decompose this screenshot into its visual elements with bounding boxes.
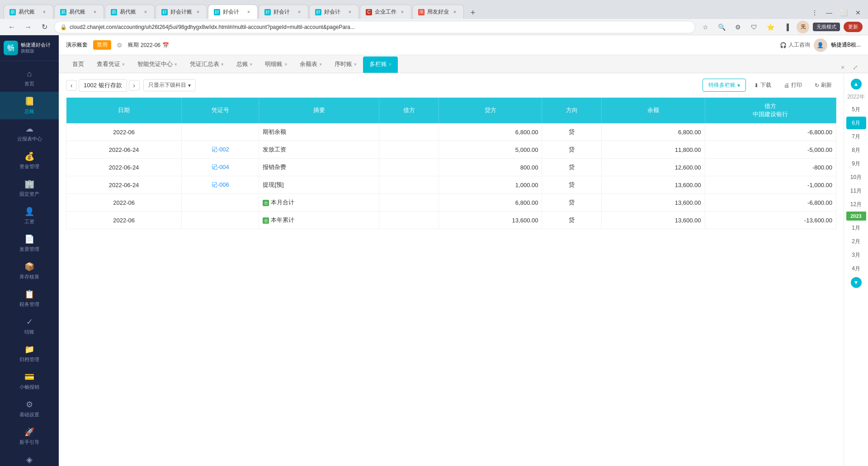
tab-list-button[interactable]: ⋮ [808, 6, 821, 19]
month-2023-4[interactable]: 4月 [846, 262, 866, 275]
month-2023-2[interactable]: 2月 [846, 235, 866, 248]
minimize-button[interactable]: — [823, 6, 835, 19]
next-account-button[interactable]: › [129, 80, 140, 91]
sidebar-item-member[interactable]: ◈ 畅会员 [0, 450, 59, 466]
tab-journal-close[interactable]: × [354, 62, 357, 67]
month-2022-8[interactable]: 8月 [846, 144, 866, 156]
reload-button[interactable]: ↻ [38, 21, 51, 33]
sidebar-item-inventory[interactable]: 📦 库存核算 [0, 257, 59, 285]
tab-vsummary-close[interactable]: × [221, 62, 224, 67]
tab-home[interactable]: 首页 [66, 56, 90, 73]
tab-7[interactable]: 好 好会计 × [309, 5, 359, 19]
tab-9-close[interactable]: × [452, 9, 458, 15]
tab-detail-close[interactable]: × [284, 62, 287, 67]
sidebar-item-archive[interactable]: 📁 归档管理 [0, 340, 59, 367]
user-avatar[interactable]: 👤 [814, 38, 827, 52]
tab-6[interactable]: 好 好会计 × [259, 5, 308, 19]
back-button[interactable]: ← [5, 21, 18, 33]
account-name[interactable]: 1002 银行存款 [79, 79, 127, 92]
tab-voucher-summary[interactable]: 凭证汇总表 × [184, 56, 230, 73]
tab-8-close[interactable]: × [399, 9, 406, 15]
month-2022-5[interactable]: 5月 [846, 103, 866, 116]
search-button[interactable]: 🔍 [715, 21, 728, 33]
tab-3-close[interactable]: × [142, 9, 149, 15]
extension-button[interactable]: ⚙ [731, 21, 744, 33]
tab-1-close[interactable]: × [41, 9, 47, 15]
close-window-button[interactable]: ✕ [852, 6, 864, 19]
tab-smart-voucher[interactable]: 智能凭证中心 × [131, 56, 184, 73]
sidebar-item-tax[interactable]: 📋 税务管理 [0, 285, 59, 312]
table-cell[interactable]: 记-004 [182, 159, 259, 176]
bookmark-button[interactable]: ☆ [699, 21, 712, 33]
tab-7-close[interactable]: × [347, 9, 353, 15]
tab-voucher-close[interactable]: × [122, 62, 125, 67]
table-cell: 发放工资 [259, 141, 379, 159]
tab-3[interactable]: 易 易代账 × [105, 5, 155, 19]
table-cell[interactable]: 记-006 [182, 176, 259, 194]
month-2022-7[interactable]: 7月 [846, 130, 866, 143]
restore-button[interactable]: ⬜ [837, 6, 850, 19]
sidebar-item-expense[interactable]: 💳 小畅报销 [0, 367, 59, 395]
sidebar-item-cloud-report[interactable]: ☁ 云报表中心 [0, 119, 59, 147]
service-button[interactable]: 🎧 人工咨询 [780, 41, 810, 49]
profile-button[interactable]: 无 [797, 21, 809, 33]
tab-general-close[interactable]: × [250, 62, 253, 67]
tab-2-close[interactable]: × [92, 9, 98, 15]
forward-button[interactable]: → [22, 21, 34, 33]
new-tab-button[interactable]: + [467, 6, 479, 19]
tab-4[interactable]: 好 好会计账 × [156, 5, 207, 19]
refresh-button[interactable]: ↻ 刷新 [810, 79, 836, 91]
sidebar-item-home[interactable]: ⌂ 首页 [0, 65, 59, 92]
sidebar-item-guide[interactable]: 🚀 新手引导 [0, 423, 59, 450]
month-2022-12[interactable]: 12月 [846, 198, 866, 211]
print-button[interactable]: 🖨 打印 [779, 79, 807, 91]
month-2022-9[interactable]: 9月 [846, 157, 866, 170]
tab-journal[interactable]: 序时账 × [328, 56, 363, 73]
month-2022-10[interactable]: 10月 [846, 171, 866, 184]
download-button[interactable]: ⬇ 下载 [750, 79, 776, 91]
tab-9[interactable]: 用 用友好业 × [412, 5, 464, 19]
tab-multi-close[interactable]: × [389, 62, 392, 67]
sidebar-item-payroll[interactable]: 👤 工资 [0, 202, 59, 230]
panel-close-button[interactable]: × [837, 62, 848, 73]
tab-voucher[interactable]: 查看凭证 × [90, 56, 131, 73]
sidebar-item-close-account[interactable]: ✓ 结账 [0, 312, 59, 340]
tab-4-close[interactable]: × [195, 9, 201, 15]
tab-balance-close[interactable]: × [319, 62, 322, 67]
table-cell[interactable]: 记-002 [182, 141, 259, 159]
tab-1[interactable]: 易 易代账 × [4, 5, 53, 19]
sidebar-item-fixed-assets[interactable]: 🏢 固定资产 [0, 174, 59, 202]
month-2022-11[interactable]: 11月 [846, 184, 866, 197]
sidebar-item-fund[interactable]: 💰 资金管理 [0, 147, 59, 174]
month-2023-3[interactable]: 3月 [846, 249, 866, 261]
month-nav-up[interactable]: ▲ [851, 79, 862, 89]
tab-general[interactable]: 总账 × [230, 56, 259, 73]
incognito-button[interactable]: 无痕模式 [813, 23, 840, 31]
panel-expand-button[interactable]: ⤢ [850, 62, 861, 73]
tab-balance[interactable]: 余额表 × [293, 56, 328, 73]
prev-account-button[interactable]: ‹ [66, 80, 77, 91]
sidebar-item-settings[interactable]: ⚙ 基础设置 [0, 395, 59, 423]
tab-8[interactable]: C 企业工作 × [360, 5, 411, 19]
filter-button[interactable]: 只显示下级科目 ▾ [143, 79, 196, 91]
url-bar[interactable]: 🔒 cloud2.chanjet.com/accounting/uh26t264… [54, 21, 695, 33]
gear-icon[interactable]: ⚙ [117, 42, 123, 49]
month-2023-1[interactable]: 1月 [846, 221, 866, 234]
update-button[interactable]: 更新 [844, 22, 863, 32]
tab-6-close[interactable]: × [296, 9, 302, 15]
tab-multi[interactable]: 多栏账 × [363, 56, 398, 73]
month-nav-down[interactable]: ▼ [851, 277, 862, 288]
tab-5[interactable]: 好 好会计 × [208, 5, 258, 19]
sidebar-item-general-ledger[interactable]: 📒 总账 [0, 92, 59, 119]
special-multi-button[interactable]: 特殊多栏账 ▾ [703, 79, 746, 92]
shield-button[interactable]: 🛡 [748, 21, 760, 33]
calendar-icon[interactable]: 📅 [162, 42, 169, 48]
tab-2[interactable]: 易 易代账 × [54, 5, 104, 19]
favorite-button[interactable]: ⭐ [764, 21, 777, 33]
month-2022-6[interactable]: 6月 [846, 117, 866, 129]
tab-smart-close[interactable]: × [175, 62, 177, 67]
sidebar-item-invoice[interactable]: 📄 发票管理 [0, 230, 59, 257]
tab-5-close[interactable]: × [245, 9, 252, 15]
tab-detail[interactable]: 明细账 × [259, 56, 293, 73]
sidebar-toggle[interactable]: ▐ [780, 21, 793, 33]
